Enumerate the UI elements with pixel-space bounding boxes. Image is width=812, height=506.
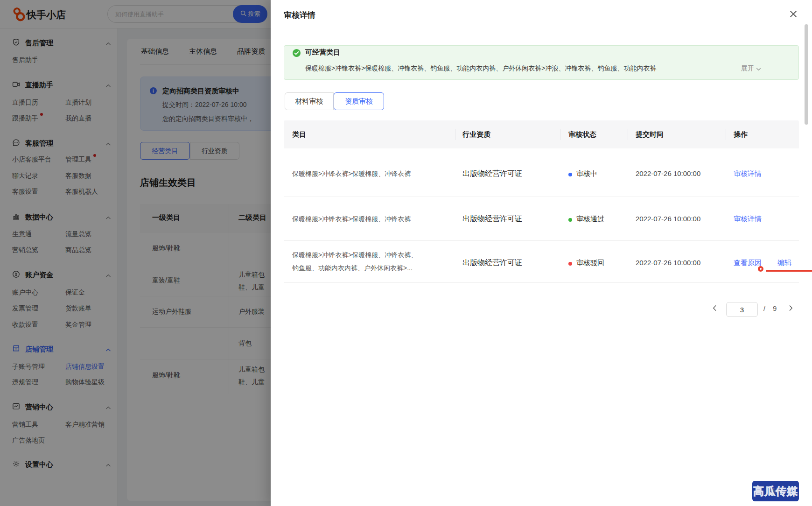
col-submit-time: 提交时间 [636, 130, 664, 139]
cell-category-line2: 钓鱼服、功能内衣内裤、户外休闲衣裤>... [292, 264, 413, 273]
col-audit-status: 审核状态 [568, 130, 596, 139]
drawer-header-divider [271, 32, 812, 32]
chevron-down-icon [756, 65, 761, 72]
modal-dim-overlay[interactable] [0, 0, 271, 506]
cell-category-line1: 保暖棉服>冲锋衣裤>保暖棉服、冲锋衣裤、 [292, 251, 417, 260]
row-divider [284, 197, 799, 197]
confirm-button[interactable]: 确认 [752, 481, 799, 501]
cell-certificate: 出版物经营许可证 [462, 214, 522, 224]
cell-category: 保暖棉服>冲锋衣裤>保暖棉服、冲锋衣裤 [292, 170, 411, 178]
drawer-title: 审核详情 [284, 10, 315, 21]
cell-time: 2022-07-26 10:00:00 [636, 169, 700, 177]
header-col-divider [560, 129, 560, 140]
status-dot-processing [568, 173, 572, 176]
audit-detail-link[interactable]: 审核详情 [734, 215, 762, 224]
cell-certificate: 出版物经营许可证 [462, 258, 522, 268]
edit-link[interactable]: 编辑 [777, 259, 791, 267]
col-industry-qualification: 行业资质 [462, 130, 490, 139]
cell-status: 审核驳回 [576, 259, 604, 267]
cell-category: 保暖棉服>冲锋衣裤>保暖棉服、冲锋衣裤 [292, 215, 411, 224]
drawer-scrollbar[interactable] [805, 24, 808, 125]
col-category: 类目 [292, 130, 306, 139]
status-dot-rejected [568, 262, 572, 266]
row-divider [284, 240, 799, 241]
table-bottom-border [284, 282, 799, 283]
audit-detail-link[interactable]: 审核详情 [734, 169, 762, 178]
view-reason-link[interactable]: 查看原因 [734, 259, 762, 267]
app: 快手小店 搜索 售后管理 售后助手 直播助手 直播日历 直播计划 跟播助手 [0, 0, 812, 506]
cell-time: 2022-07-26 10:00:00 [636, 215, 700, 223]
page-number-input[interactable] [726, 302, 758, 317]
allowed-categories-banner [284, 45, 799, 80]
tab-material-audit[interactable]: 材料审核 [285, 92, 334, 110]
header-col-divider [455, 129, 455, 140]
drawer-footer-divider [271, 475, 812, 475]
header-col-divider [726, 129, 726, 140]
next-page-icon[interactable] [787, 304, 797, 315]
confirm-label: 确认 [769, 487, 782, 495]
cell-certificate: 出版物经营许可证 [462, 169, 522, 179]
banner-category-path: 保暖棉服>冲锋衣裤>保暖棉服、冲锋衣裤、钓鱼服、功能内衣内裤、户外休闲衣裤>冲浪… [305, 64, 735, 73]
expand-link[interactable]: 展开 [741, 64, 761, 73]
audit-details-drawer: 审核详情 可经营类目 保暖棉服>冲锋衣裤>保暖棉服、冲锋衣裤、钓鱼服、功能内衣内… [271, 0, 812, 506]
audit-table-header [284, 120, 799, 148]
header-col-divider [628, 129, 628, 140]
annotation-pointer-line [766, 270, 812, 272]
col-actions: 操作 [734, 130, 748, 139]
page-separator: / [763, 304, 765, 312]
cell-status: 审核中 [576, 169, 597, 178]
check-circle-icon [292, 49, 301, 59]
close-icon[interactable] [789, 9, 799, 20]
cell-time: 2022-07-26 10:00:00 [636, 259, 700, 267]
banner-title: 可经营类目 [305, 48, 340, 57]
tab-qualification-audit[interactable]: 资质审核 [334, 92, 384, 110]
cell-status: 审核通过 [576, 215, 604, 224]
prev-page-icon[interactable] [711, 304, 721, 315]
status-dot-passed [568, 218, 572, 222]
expand-label: 展开 [741, 64, 754, 73]
page-total: 9 [773, 304, 777, 312]
annotation-target-circle [758, 266, 763, 272]
